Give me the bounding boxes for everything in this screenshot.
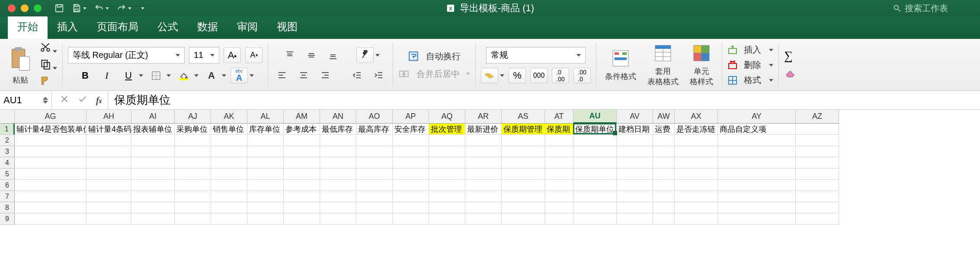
align-center-button[interactable] <box>295 67 312 83</box>
save-button[interactable] <box>72 3 86 13</box>
cell[interactable] <box>175 202 211 213</box>
cell[interactable] <box>86 168 131 180</box>
cell[interactable] <box>211 213 247 225</box>
column-header-AI[interactable]: AI <box>131 110 175 124</box>
fx-icon[interactable]: fx <box>96 95 102 106</box>
cell[interactable] <box>320 191 356 202</box>
cell[interactable] <box>573 213 617 225</box>
cell[interactable] <box>796 180 839 191</box>
cell[interactable] <box>393 191 429 202</box>
cell[interactable]: 运费 <box>653 124 675 135</box>
cell[interactable] <box>617 157 653 168</box>
cell[interactable] <box>86 157 131 168</box>
cell[interactable] <box>131 157 175 168</box>
cell[interactable] <box>653 202 675 213</box>
merge-center-button[interactable]: 合并后居中 <box>398 68 470 80</box>
increase-indent-button[interactable] <box>370 67 388 83</box>
select-all-corner[interactable] <box>0 110 15 124</box>
cell[interactable] <box>175 191 211 202</box>
cell[interactable] <box>247 168 284 180</box>
comma-button[interactable]: 000 <box>530 68 548 83</box>
row-header-7[interactable]: 7 <box>0 191 15 202</box>
cell[interactable] <box>573 135 617 146</box>
cell[interactable] <box>211 157 247 168</box>
font-color-button[interactable]: A <box>203 68 220 83</box>
cell[interactable] <box>718 180 796 191</box>
cell[interactable] <box>545 213 573 225</box>
cell[interactable] <box>356 135 393 146</box>
cell[interactable] <box>545 202 573 213</box>
cell[interactable] <box>653 168 675 180</box>
decrease-font-button[interactable]: A▾ <box>245 48 263 63</box>
autosum-button[interactable]: ∑ <box>784 49 796 63</box>
decrease-decimal-button[interactable]: .00.0 <box>573 68 591 83</box>
cell[interactable]: 批次管理 <box>429 124 465 135</box>
cell[interactable] <box>247 157 284 168</box>
undo-button[interactable] <box>94 3 109 13</box>
cell[interactable] <box>356 157 393 168</box>
cell[interactable] <box>247 146 284 157</box>
cell[interactable]: 商品自定义项 <box>718 124 796 135</box>
cell[interactable] <box>320 213 356 225</box>
cell[interactable] <box>617 135 653 146</box>
cell[interactable] <box>502 213 545 225</box>
phonetic-button[interactable]: abcA <box>231 68 248 83</box>
cell[interactable] <box>86 135 131 146</box>
cell[interactable] <box>131 213 175 225</box>
cell[interactable] <box>320 202 356 213</box>
cell[interactable] <box>15 213 86 225</box>
cell[interactable] <box>502 191 545 202</box>
column-header-AV[interactable]: AV <box>617 110 653 124</box>
cell[interactable] <box>175 213 211 225</box>
cell[interactable]: 销售单位 <box>211 124 247 135</box>
cell[interactable] <box>675 191 718 202</box>
autosave-icon[interactable] <box>54 3 64 13</box>
column-header-AL[interactable]: AL <box>247 110 284 124</box>
cell[interactable] <box>15 135 86 146</box>
currency-button[interactable] <box>481 68 498 83</box>
borders-button[interactable] <box>147 68 165 83</box>
cell[interactable] <box>320 180 356 191</box>
cell[interactable] <box>465 157 502 168</box>
percent-button[interactable]: % <box>509 68 526 83</box>
row-header-5[interactable]: 5 <box>0 168 15 180</box>
cell[interactable]: 辅计量4条码 <box>86 124 131 135</box>
cell[interactable] <box>718 168 796 180</box>
cell[interactable] <box>86 213 131 225</box>
column-header-AY[interactable]: AY <box>718 110 796 124</box>
cell[interactable] <box>86 191 131 202</box>
cell[interactable] <box>573 191 617 202</box>
cell[interactable]: 参考成本 <box>284 124 320 135</box>
cell[interactable] <box>465 191 502 202</box>
maximize-window-button[interactable] <box>34 4 42 12</box>
cell[interactable] <box>573 180 617 191</box>
cell[interactable] <box>429 135 465 146</box>
cell[interactable] <box>545 146 573 157</box>
cell[interactable] <box>211 168 247 180</box>
cell[interactable] <box>175 168 211 180</box>
cell[interactable]: 安全库存 <box>393 124 429 135</box>
delete-cells-button[interactable]: 删除 <box>727 59 773 71</box>
cell[interactable]: 库存单位 <box>247 124 284 135</box>
row-header-1[interactable]: 1 <box>0 124 15 135</box>
cell[interactable] <box>356 168 393 180</box>
name-box[interactable]: AU1 <box>0 91 52 109</box>
cell[interactable] <box>573 146 617 157</box>
row-header-8[interactable]: 8 <box>0 202 15 213</box>
cell[interactable] <box>429 146 465 157</box>
cell[interactable] <box>675 202 718 213</box>
cell[interactable]: 采购单位 <box>175 124 211 135</box>
cell[interactable] <box>86 180 131 191</box>
cell[interactable] <box>393 202 429 213</box>
cell[interactable] <box>429 157 465 168</box>
cell[interactable] <box>284 157 320 168</box>
cell[interactable] <box>796 124 839 135</box>
tab-数据[interactable]: 数据 <box>188 16 227 39</box>
cell[interactable] <box>653 213 675 225</box>
cell[interactable] <box>675 135 718 146</box>
row-header-3[interactable]: 3 <box>0 146 15 157</box>
cancel-formula-button[interactable] <box>60 94 69 106</box>
cell[interactable] <box>502 180 545 191</box>
cell[interactable] <box>718 191 796 202</box>
cell[interactable] <box>393 180 429 191</box>
